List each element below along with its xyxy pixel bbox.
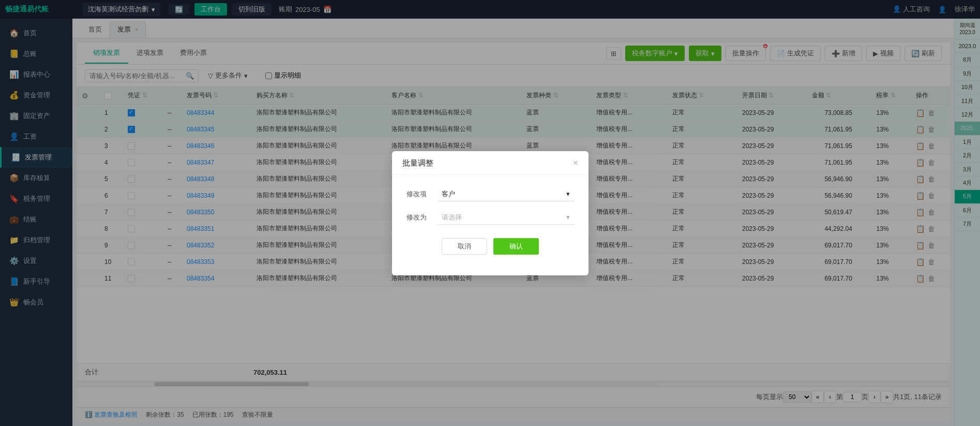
chevron-down-icon: ▾ (566, 213, 570, 221)
modify-item-row: 修改项 客户 ▾ (406, 187, 574, 201)
dialog-footer: 取消 确认 (406, 234, 574, 265)
chevron-down-icon: ▾ (566, 190, 570, 198)
modify-to-label: 修改为 (406, 213, 438, 222)
dialog-body: 修改项 客户 ▾ 修改为 请选择 ▾ 取消 确认 (392, 175, 589, 275)
modify-to-select[interactable]: 请选择 ▾ (438, 211, 574, 225)
dialog-header: 批量调整 × (392, 151, 589, 175)
dialog-close-btn[interactable]: × (573, 158, 578, 168)
confirm-btn[interactable]: 确认 (493, 238, 539, 255)
modify-to-placeholder: 请选择 (442, 213, 462, 222)
dialog-overlay: 批量调整 × 修改项 客户 ▾ 修改为 请选择 ▾ 取消 确认 (0, 0, 980, 426)
modify-item-label: 修改项 (406, 189, 438, 199)
dialog-title: 批量调整 (402, 158, 433, 168)
modify-to-row: 修改为 请选择 ▾ (406, 211, 574, 225)
modify-item-select[interactable]: 客户 ▾ (438, 187, 574, 201)
modify-item-value: 客户 (442, 189, 455, 199)
batch-adjust-dialog: 批量调整 × 修改项 客户 ▾ 修改为 请选择 ▾ 取消 确认 (392, 151, 589, 275)
cancel-btn[interactable]: 取消 (442, 238, 487, 255)
